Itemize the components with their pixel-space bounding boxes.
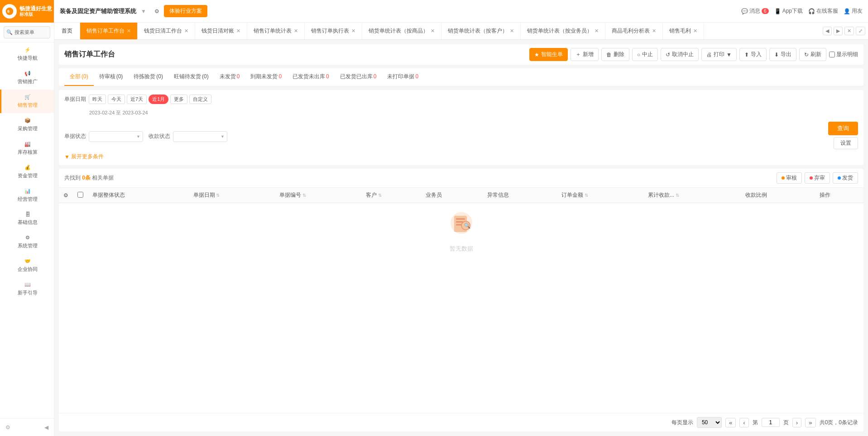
page-suffix: 页 [783,419,789,427]
sidebar-item-system[interactable]: ⚙ 系统管理 [0,230,54,254]
message-button[interactable]: 💬 消息 6 [741,7,769,15]
sidebar-item-inventory[interactable]: 🏭 库存核算 [0,137,54,160]
page-size-select[interactable]: 50 10 20 100 [697,417,722,428]
sub-tab-not-shipped[interactable]: 未发货0 [214,68,245,86]
abandon-batch-button[interactable]: 弃审 [805,172,830,184]
industry-solution-button[interactable]: 体验行业方案 [164,5,207,17]
sidebar-item-marketing[interactable]: 📢 营销推广 [0,66,54,90]
date-btn-custom[interactable]: 自定义 [189,95,211,104]
sub-tab-shipped-warehoused[interactable]: 已发货已出库0 [335,68,382,86]
import-button[interactable]: ⬆ 导入 [739,48,767,61]
print-button[interactable]: 🖨 打印 ▼ [701,48,737,61]
page-size-label: 每页显示 [671,419,693,427]
last-page-button[interactable]: » [805,418,815,427]
delete-button[interactable]: 🗑 删除 [601,48,629,61]
tab-home[interactable]: 首页 [54,23,80,39]
sidebar-item-basic[interactable]: 🗄 基础信息 [0,207,54,230]
tab-sales-stats-salesperson[interactable]: 销货单统计表（按业务员） ✕ [521,23,605,39]
set-button[interactable]: 设置 [834,137,858,149]
prev-page-button[interactable]: ‹ [739,418,748,427]
tab-close-icon[interactable]: ✕ [127,28,131,34]
next-page-button[interactable]: › [792,418,801,427]
sub-tab-not-printed[interactable]: 未打印单据0 [382,68,424,86]
tab-scroll-right-button[interactable]: ▶ [834,27,843,35]
sidebar-item-quick-nav[interactable]: ⚡ 快捷导航 [0,43,54,66]
date-btn-today[interactable]: 今天 [108,95,125,104]
tab-close-icon[interactable]: ✕ [351,28,355,34]
tab-close-all-button[interactable]: ✕ [844,27,854,35]
date-btn-7days[interactable]: 近7天 [127,95,147,104]
sub-tab-wangpu-pending[interactable]: 旺铺待发货(0) [168,68,214,86]
tab-close-icon[interactable]: ✕ [294,28,298,34]
smart-gen-button[interactable]: ★ 智能生单 [529,48,568,61]
date-btn-yesterday[interactable]: 昨天 [89,95,106,104]
warehouse-icon: 🏭 [24,141,31,147]
sub-tab-shipped-not-warehoused[interactable]: 已发货未出库0 [287,68,335,86]
tab-close-icon[interactable]: ✕ [184,28,188,34]
gear-button[interactable]: ⚙ [154,8,159,14]
header-actions: 💬 消息 6 📱 App下载 🎧 在线客服 👤 用友 [741,7,863,15]
settings-bottom-button[interactable]: ⚙ [4,422,12,432]
box-icon: 📦 [24,118,31,123]
sidebar-item-guide[interactable]: 📖 新手引导 [0,277,54,301]
col-date[interactable]: 单据日期 [189,188,275,203]
show-detail-label[interactable]: 显示明细 [829,51,858,58]
col-collected[interactable]: 累计收款... [643,188,741,203]
sub-tab-pending-review[interactable]: 待审核(0) [94,68,129,86]
tab-sales-order-execution[interactable]: 销售订单执行表 ✕ [305,23,362,39]
tab-close-icon[interactable]: ✕ [236,28,240,34]
tab-sales-stats-product[interactable]: 销货单统计表（按商品） ✕ [362,23,441,39]
sidebar-item-finance[interactable]: 💰 资金管理 [0,160,54,184]
system-dropdown-icon[interactable]: ▼ [141,8,146,14]
sidebar-item-operations[interactable]: 📊 经营管理 [0,184,54,207]
ship-batch-button[interactable]: 发货 [833,172,858,184]
tab-cash-daily-workbench[interactable]: 钱货日清工作台 ✕ [138,23,195,39]
select-all-checkbox[interactable] [77,192,83,198]
stop-button[interactable]: ○ 中止 [632,48,658,61]
show-detail-checkbox[interactable] [829,52,835,57]
sub-tab-all[interactable]: 全部(0) [64,68,94,86]
col-amount[interactable]: 订单金额 [557,188,643,203]
system-title: 装备及固定资产辅助管理系统 [60,7,136,15]
online-service-button[interactable]: 🎧 在线客服 [808,7,838,15]
tab-product-gross-margin[interactable]: 商品毛利分析表 ✕ [605,23,663,39]
tab-bar: 首页 销售订单工作台 ✕ 钱货日清工作台 ✕ 钱货日清对账 ✕ 销售订单统计表 … [54,23,868,40]
page-number-input[interactable] [762,418,780,427]
sub-tab-pending-inspection[interactable]: 待拣验货(0) [128,68,168,86]
expand-filter-button[interactable]: ▼ 展开更多条件 [64,153,858,161]
search-menu-button[interactable]: 🔍 搜索菜单 [4,26,50,38]
user-menu-button[interactable]: 👤 用友 [844,7,863,15]
tab-close-icon[interactable]: ✕ [693,28,697,34]
svg-text:6: 6 [7,9,10,14]
tab-close-icon[interactable]: ✕ [510,28,514,34]
tab-sales-order-workbench[interactable]: 销售订单工作台 ✕ [80,23,138,39]
tab-close-icon[interactable]: ✕ [652,28,656,34]
tab-sales-stats-customer[interactable]: 销货单统计表（按客户） ✕ [441,23,521,39]
tab-close-icon[interactable]: ✕ [595,28,599,34]
date-btn-1month[interactable]: 近1月 [149,95,168,104]
tab-close-icon[interactable]: ✕ [431,28,435,34]
export-button[interactable]: ⬇ 导出 [769,48,796,61]
app-download-button[interactable]: 📱 App下载 [774,7,803,15]
col-number[interactable]: 单据编号 [275,188,361,203]
query-button[interactable]: 查询 [828,122,858,135]
status-select[interactable] [89,131,143,142]
col-customer[interactable]: 客户 [361,188,422,203]
date-btn-more[interactable]: 更多 [170,95,187,104]
tab-sales-order-stats[interactable]: 销售订单统计表 ✕ [247,23,305,39]
refresh-button[interactable]: ↻ 刷新 [799,48,826,61]
tab-scroll-left-button[interactable]: ◀ [823,27,832,35]
tab-maximize-button[interactable]: ⤢ [856,27,865,35]
cancel-stop-button[interactable]: ↺ 取消中止 [661,48,699,61]
new-button[interactable]: ＋ 新增 [571,48,599,61]
review-batch-button[interactable]: 审核 [777,172,802,184]
sidebar-item-enterprise[interactable]: 🤝 企业协同 [0,254,54,277]
sub-tab-overdue-not-shipped[interactable]: 到期未发货0 [245,68,287,86]
tab-sales-gross[interactable]: 销售毛利 ✕ [663,23,704,39]
tab-cash-reconciliation[interactable]: 钱货日清对账 ✕ [195,23,247,39]
first-page-button[interactable]: « [725,418,736,427]
payment-select[interactable] [173,131,227,142]
sidebar-item-purchase[interactable]: 📦 采购管理 [0,113,54,137]
sidebar-item-sales[interactable]: 🛒 销售管理 [0,90,54,113]
collapse-sidebar-button[interactable]: ◀ [43,422,50,432]
